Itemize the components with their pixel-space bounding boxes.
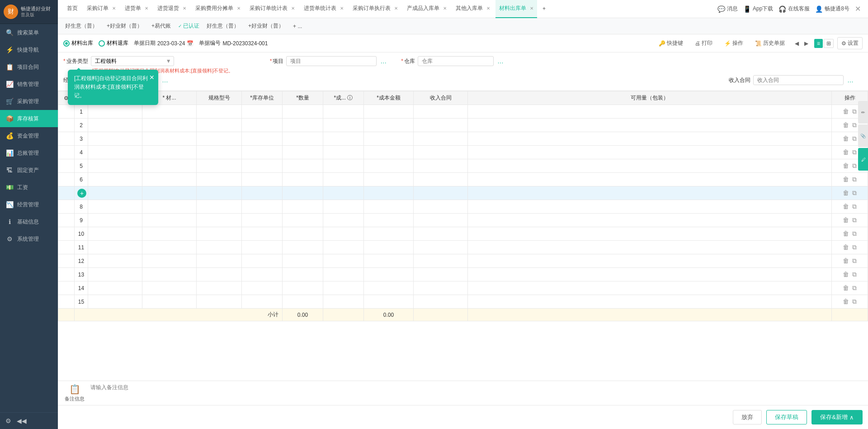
- copy-row-btn-1[interactable]: ⧉: [851, 107, 858, 116]
- table-cell-unit-8[interactable]: [242, 200, 283, 214]
- table-cell-available-3[interactable]: [468, 132, 832, 146]
- table-cell-income-contract-11[interactable]: [414, 241, 468, 254]
- table-cell-available-9[interactable]: [468, 214, 832, 227]
- table-cell-available-11[interactable]: [468, 241, 832, 254]
- radio-material-out[interactable]: 材料出库: [63, 39, 93, 47]
- topbar-nav-other_in[interactable]: 其他入库单✕: [452, 0, 494, 18]
- operate-btn[interactable]: ⚡ 操作: [720, 37, 747, 49]
- sidebar-item-quicknav[interactable]: ⚡快捷导航: [0, 41, 58, 58]
- copy-row-btn-9[interactable]: ⧉: [851, 215, 858, 225]
- table-cell-income-contract-3[interactable]: [414, 132, 468, 146]
- table-cell-cost-12[interactable]: [323, 254, 364, 268]
- discard-button[interactable]: 放弃: [733, 410, 762, 424]
- sidebar-item-operations[interactable]: 📉经营管理: [0, 196, 58, 213]
- sidebar-item-base[interactable]: ℹ基础信息: [0, 213, 58, 230]
- table-cell-cost-8[interactable]: [323, 200, 364, 214]
- table-cell-spec-14[interactable]: [197, 281, 242, 295]
- copy-row-btn-14[interactable]: ⧉: [851, 283, 858, 293]
- table-cell-project-9[interactable]: [88, 214, 142, 227]
- table-cell-quantity-10[interactable]: [283, 227, 323, 241]
- table-cell-quantity-15[interactable]: [283, 295, 323, 309]
- table-cell-quantity-8[interactable]: [283, 200, 323, 214]
- table-cell-spec-5[interactable]: [197, 159, 242, 173]
- table-cell-unit-7[interactable]: [242, 186, 283, 200]
- table-cell-income-contract-6[interactable]: [414, 173, 468, 186]
- table-cell-quantity-7[interactable]: [283, 186, 323, 200]
- table-cell-project-1[interactable]: [88, 105, 142, 119]
- table-cell-material-13[interactable]: [142, 268, 197, 281]
- table-cell-cost-amount-7[interactable]: [364, 186, 414, 200]
- copy-row-btn-3[interactable]: ⧉: [851, 134, 858, 143]
- table-cell-unit-13[interactable]: [242, 268, 283, 281]
- table-cell-project-10[interactable]: [88, 227, 142, 241]
- table-cell-spec-7[interactable]: [197, 186, 242, 200]
- table-cell-cost-9[interactable]: [323, 214, 364, 227]
- table-cell-cost-11[interactable]: [323, 241, 364, 254]
- table-cell-income-contract-7[interactable]: [414, 186, 468, 200]
- topbar-close-purchase_expense[interactable]: ✕: [237, 6, 241, 11]
- add-row-btn[interactable]: +: [77, 189, 86, 198]
- table-cell-unit-11[interactable]: [242, 241, 283, 254]
- calendar-icon[interactable]: 📅: [187, 40, 193, 47]
- table-cell-project-2[interactable]: [88, 119, 142, 132]
- sidebar-item-finance[interactable]: 💰资金管理: [0, 127, 58, 144]
- table-cell-spec-3[interactable]: [197, 132, 242, 146]
- topbar-close-purchase_order[interactable]: ✕: [112, 6, 116, 11]
- delete-row-btn-9[interactable]: 🗑: [842, 215, 850, 224]
- table-cell-unit-10[interactable]: [242, 227, 283, 241]
- table-cell-cost-2[interactable]: [323, 119, 364, 132]
- delete-row-btn-14[interactable]: 🗑: [842, 283, 850, 292]
- topbar-nav-goods_receipt[interactable]: 进货单✕: [121, 0, 152, 18]
- copy-row-btn-5[interactable]: ⧉: [851, 161, 858, 171]
- topbar-right-user[interactable]: 👤畅捷通8号: [815, 5, 849, 13]
- table-cell-quantity-6[interactable]: [283, 173, 323, 186]
- shortcut-btn[interactable]: 🔑 快捷键: [655, 37, 687, 49]
- table-cell-cost-6[interactable]: [323, 173, 364, 186]
- right-tool-attach[interactable]: 📎: [858, 124, 868, 147]
- table-cell-spec-10[interactable]: [197, 227, 242, 241]
- quicknav-good-biz[interactable]: 好生意（普）: [63, 22, 99, 30]
- table-cell-cost-14[interactable]: [323, 281, 364, 295]
- sidebar-item-payroll[interactable]: 💵工资: [0, 179, 58, 196]
- delete-row-btn-13[interactable]: 🗑: [842, 270, 850, 279]
- table-cell-material-5[interactable]: [142, 159, 197, 173]
- table-cell-cost-amount-1[interactable]: [364, 105, 414, 119]
- table-cell-cost-amount-10[interactable]: [364, 227, 414, 241]
- table-cell-unit-12[interactable]: [242, 254, 283, 268]
- save-new-button[interactable]: 保存&新增 ∧: [811, 410, 863, 424]
- delete-row-btn-7[interactable]: 🗑: [842, 188, 850, 197]
- collapse-icon[interactable]: ◀◀: [17, 417, 27, 424]
- table-container[interactable]: ⚙ * 项目 * 材... 规格型号 *库存单位 *数量 *成... ⓘ *成本…: [58, 91, 868, 381]
- topbar-more-btn[interactable]: +: [539, 0, 549, 18]
- table-cell-material-12[interactable]: [142, 254, 197, 268]
- table-cell-cost-13[interactable]: [323, 268, 364, 281]
- table-cell-spec-6[interactable]: [197, 173, 242, 186]
- topbar-close-btn[interactable]: ✕: [853, 3, 863, 15]
- table-cell-project-11[interactable]: [88, 241, 142, 254]
- print-btn[interactable]: 🖨 打印: [691, 37, 717, 49]
- warehouse-input[interactable]: [418, 56, 494, 66]
- table-cell-unit-3[interactable]: [242, 132, 283, 146]
- table-cell-material-2[interactable]: [142, 119, 197, 132]
- topbar-nav-home[interactable]: 首页: [63, 0, 81, 18]
- topbar-close-purchase_stat[interactable]: ✕: [291, 6, 295, 11]
- table-cell-income-contract-14[interactable]: [414, 281, 468, 295]
- copy-row-btn-13[interactable]: ⧉: [851, 270, 858, 279]
- table-cell-material-9[interactable]: [142, 214, 197, 227]
- table-cell-available-4[interactable]: [468, 146, 832, 159]
- table-cell-available-7[interactable]: [468, 186, 832, 200]
- table-cell-material-4[interactable]: [142, 146, 197, 159]
- topbar-close-goods_receipt[interactable]: ✕: [145, 6, 148, 11]
- table-cell-available-14[interactable]: [468, 281, 832, 295]
- topbar-nav-goods_stat[interactable]: 进货单统计表✕: [300, 0, 347, 18]
- view-grid-btn[interactable]: ⊞: [824, 39, 834, 48]
- table-cell-available-5[interactable]: [468, 159, 832, 173]
- agent-ellipsis-btn[interactable]: …: [162, 76, 168, 84]
- table-cell-income-contract-15[interactable]: [414, 295, 468, 309]
- sidebar-item-accounting[interactable]: 📊总账管理: [0, 144, 58, 162]
- delete-row-btn-5[interactable]: 🗑: [842, 161, 850, 170]
- table-cell-spec-15[interactable]: [197, 295, 242, 309]
- table-cell-income-contract-13[interactable]: [414, 268, 468, 281]
- table-cell-spec-11[interactable]: [197, 241, 242, 254]
- topbar-close-purchase_exec[interactable]: ✕: [394, 6, 398, 11]
